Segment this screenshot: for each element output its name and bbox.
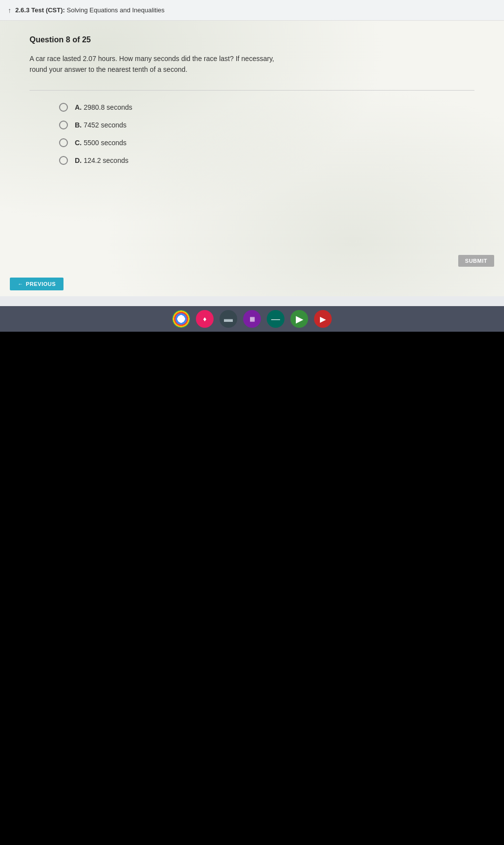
taskbar-chrome-icon[interactable] xyxy=(172,310,190,328)
radio-c[interactable] xyxy=(59,138,68,147)
taskbar-pink-icon[interactable]: ♦ xyxy=(196,310,214,328)
bottom-black-area xyxy=(0,332,504,845)
radio-b[interactable] xyxy=(59,121,68,129)
submit-button[interactable]: SUBMIT xyxy=(458,255,494,267)
previous-button[interactable]: PREVIOUS xyxy=(10,278,63,290)
divider xyxy=(30,90,474,91)
taskbar-dark-icon[interactable]: ▬ xyxy=(220,310,237,328)
back-icon[interactable]: ↑ xyxy=(8,6,11,14)
label-a: A. 2980.8 seconds xyxy=(75,103,132,111)
question-card: Question 8 of 25 A car race lasted 2.07 … xyxy=(0,21,504,296)
option-b[interactable]: B. 7452 seconds xyxy=(59,121,474,129)
label-d: D. 124.2 seconds xyxy=(75,156,128,164)
taskbar-purple-icon[interactable]: ▦ xyxy=(243,310,261,328)
subtitle-text: Solving Equations and Inequalities xyxy=(67,6,165,14)
taskbar-green-icon[interactable]: ▶ xyxy=(290,310,308,328)
top-bar: ↑ 2.6.3 Test (CST): Solving Equations an… xyxy=(0,0,504,21)
question-text: A car race lasted 2.07 hours. How many s… xyxy=(30,53,285,75)
option-d[interactable]: D. 124.2 seconds xyxy=(59,156,474,165)
option-a[interactable]: A. 2980.8 seconds xyxy=(59,103,474,112)
breadcrumb-title: 2.6.3 Test (CST): Solving Equations and … xyxy=(15,6,164,14)
label-c: C. 5500 seconds xyxy=(75,139,126,147)
radio-a[interactable] xyxy=(59,103,68,112)
taskbar-red-icon[interactable]: ▶ xyxy=(314,310,332,328)
content-area: Question 8 of 25 A car race lasted 2.07 … xyxy=(0,21,504,306)
answer-options: A. 2980.8 seconds B. 7452 seconds C. 550… xyxy=(30,103,474,165)
question-number: Question 8 of 25 xyxy=(30,35,474,44)
option-c[interactable]: C. 5500 seconds xyxy=(59,138,474,147)
taskbar-teal-icon[interactable]: — xyxy=(267,310,284,328)
label-b: B. 7452 seconds xyxy=(75,121,126,129)
taskbar: ♦ ▬ ▦ — ▶ ▶ xyxy=(0,306,504,332)
radio-d[interactable] xyxy=(59,156,68,165)
